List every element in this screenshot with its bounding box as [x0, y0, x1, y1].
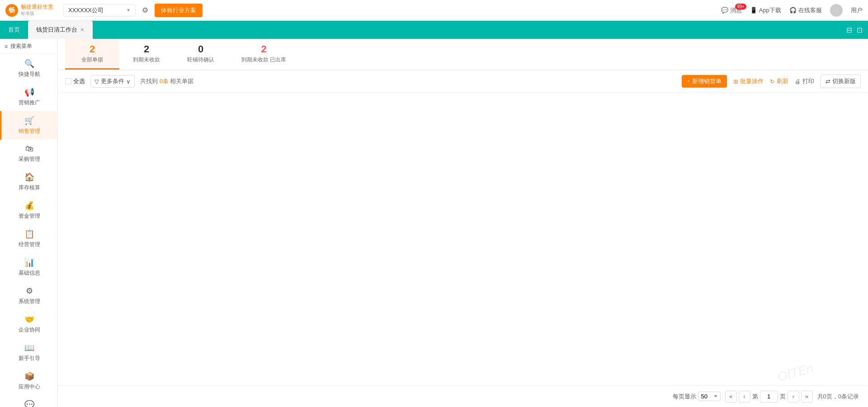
- page-label: 第: [752, 393, 758, 401]
- filter-arrow-icon: ∨: [126, 78, 131, 85]
- purchase-icon: 🛍: [25, 144, 33, 154]
- basic-info-icon: 📊: [24, 257, 34, 267]
- avatar[interactable]: [830, 4, 843, 17]
- stat-count-all: 2: [90, 43, 95, 55]
- stat-tab-overdue[interactable]: 2 到期未收款: [119, 39, 174, 70]
- filter-button[interactable]: ▽ 更多条件 ∨: [90, 75, 135, 88]
- brand-logo: 畅 畅捷通好生意 标准版: [5, 4, 63, 17]
- stat-tab-all[interactable]: 2 全部单据: [65, 39, 119, 70]
- message-icon: 💬: [721, 7, 728, 14]
- sidebar-item-marketing[interactable]: 📢 营销推广: [0, 83, 57, 111]
- online-service-button[interactable]: 🎧 在线客服: [789, 6, 822, 14]
- page-total: 共0页，0条记录: [817, 393, 859, 401]
- cooperation-icon: 🤝: [24, 314, 34, 324]
- app-download-icon: 📱: [750, 7, 757, 14]
- tab-bar-actions: ⊟ ⊡: [846, 26, 868, 34]
- page-suffix: 页: [780, 393, 786, 401]
- stat-count-pending: 0: [198, 43, 203, 55]
- stat-label-shipped: 到期未收款 已出库: [241, 56, 286, 64]
- table-area: [58, 93, 868, 385]
- sidebar-item-basic-info[interactable]: 📊 基础信息: [0, 253, 57, 281]
- per-page-select[interactable]: 50 100: [698, 392, 721, 401]
- sidebar-item-system[interactable]: ⚙ 系统管理: [0, 281, 57, 310]
- sidebar-item-quick-nav[interactable]: 🔍 快捷导航: [0, 54, 57, 83]
- page-number-input[interactable]: [760, 391, 778, 402]
- sidebar-item-finance[interactable]: 💰 资金管理: [0, 196, 57, 225]
- tab-home[interactable]: 首页: [0, 21, 28, 39]
- found-prefix: 共找到: [140, 78, 158, 84]
- pagination: 每页显示 50 100 « ‹ 第 页 › » 共0页，0条记录: [58, 385, 868, 407]
- quick-nav-icon: 🔍: [24, 59, 34, 69]
- refresh-label: 刷新: [777, 77, 788, 85]
- guide-icon: 📖: [24, 343, 34, 353]
- stat-label-overdue: 到期未收款: [133, 56, 160, 64]
- page-last-button[interactable]: »: [801, 391, 813, 402]
- sidebar-item-label: 采购管理: [19, 155, 40, 163]
- batch-operation-button[interactable]: ⊞ 批量操作: [733, 77, 764, 85]
- per-page-label: 每页显示: [673, 393, 696, 401]
- search-icon: ≡: [5, 43, 8, 50]
- stat-label-pending: 旺铺待确认: [187, 56, 214, 64]
- print-button[interactable]: 🖨 打印: [795, 77, 814, 85]
- marketing-icon: 📢: [24, 87, 34, 97]
- sidebar-item-label: 销售管理: [19, 127, 40, 135]
- system-icon: ⚙: [26, 286, 33, 296]
- top-nav: 畅 畅捷通好生意 标准版 XXXXXX公司 ▼ ⚙ 体验行业方案 💬 消息 99…: [0, 0, 868, 21]
- sidebar-item-sales[interactable]: 🛒 销售管理: [0, 111, 57, 140]
- sidebar-item-apps[interactable]: 📦 应用中心: [0, 367, 57, 395]
- sidebar-item-label: 资金管理: [19, 212, 40, 220]
- stat-count-shipped: 2: [261, 43, 267, 55]
- sidebar-item-label: 新手引导: [19, 355, 40, 362]
- page-first-button[interactable]: «: [725, 391, 737, 402]
- page-prev-button[interactable]: ‹: [739, 391, 750, 402]
- add-sales-order-button[interactable]: + 新增销货单: [682, 75, 727, 88]
- app-download-button[interactable]: 📱 App下载: [750, 6, 781, 14]
- checkbox-icon: [65, 78, 71, 84]
- page-next-button[interactable]: ›: [788, 391, 799, 402]
- sidebar-item-management[interactable]: 📋 经营管理: [0, 225, 57, 253]
- sidebar-item-label: 经营管理: [19, 241, 40, 248]
- brand-name: 畅捷通好生意: [21, 4, 53, 11]
- tab-workbench-label: 钱货日清工作台: [36, 26, 77, 34]
- switch-version-button[interactable]: ⇄ 切换新版: [821, 75, 861, 88]
- print-label: 打印: [802, 77, 814, 85]
- sidebar: ≡ 搜索菜单 🔍 快捷导航 📢 营销推广 🛒 销售管理 🛍 采购管理 🏠 库存核…: [0, 39, 58, 407]
- select-all-label: 全选: [73, 77, 85, 85]
- finance-icon: 💰: [24, 201, 34, 211]
- sidebar-item-cooperation[interactable]: 🤝 企业协同: [0, 310, 57, 338]
- main-layout: ≡ 搜索菜单 🔍 快捷导航 📢 营销推广 🛒 销售管理 🛍 采购管理 🏠 库存核…: [0, 39, 868, 407]
- app-download-label: App下载: [759, 6, 781, 14]
- sidebar-item-purchase[interactable]: 🛍 采购管理: [0, 140, 57, 168]
- sidebar-item-label: 营销推广: [19, 99, 40, 107]
- table-empty-state: [58, 93, 868, 385]
- stat-tabs: 2 全部单据 2 到期未收款 0 旺铺待确认 2 到期未收款 已出库: [58, 39, 868, 70]
- sidebar-search[interactable]: ≡ 搜索菜单: [0, 39, 57, 54]
- refresh-button[interactable]: ↻ 刷新: [770, 77, 788, 85]
- tab-home-label: 首页: [8, 26, 20, 34]
- select-all-checkbox[interactable]: 全选: [65, 77, 85, 85]
- content: 2 全部单据 2 到期未收款 0 旺铺待确认 2 到期未收款 已出库: [58, 39, 868, 407]
- toolbar: 全选 ▽ 更多条件 ∨ 共找到 0条 相关单据 + 新增销货单 ⊞ 批量操作: [58, 70, 868, 93]
- tab-workbench[interactable]: 钱货日清工作台 ✕: [28, 21, 93, 39]
- refresh-icon: ↻: [770, 78, 775, 85]
- sidebar-item-wechat[interactable]: 💬 企业微信: [0, 395, 57, 407]
- tab-minimize-icon[interactable]: ⊟: [846, 26, 852, 34]
- settings-button[interactable]: ⚙: [138, 4, 152, 17]
- sidebar-search-label: 搜索菜单: [10, 42, 32, 50]
- user-name[interactable]: 用户: [851, 6, 863, 14]
- sidebar-item-label: 快捷导航: [19, 70, 40, 78]
- brand-sub: 标准版: [21, 10, 53, 17]
- toolbar-right: + 新增销货单 ⊞ 批量操作 ↻ 刷新 🖨 打印 ⇄: [682, 75, 861, 88]
- stat-tab-shipped[interactable]: 2 到期未收款 已出库: [228, 39, 300, 70]
- message-button[interactable]: 💬 消息 99+: [721, 6, 742, 14]
- sidebar-item-inventory[interactable]: 🏠 库存核算: [0, 168, 57, 196]
- stat-tab-pending[interactable]: 0 旺铺待确认: [174, 39, 228, 70]
- sidebar-item-label: 应用中心: [19, 383, 40, 391]
- trial-button[interactable]: 体验行业方案: [155, 4, 203, 17]
- tab-close-icon[interactable]: ✕: [80, 27, 85, 33]
- company-selector[interactable]: XXXXXX公司 ▼: [63, 4, 136, 17]
- sidebar-item-guide[interactable]: 📖 新手引导: [0, 338, 57, 367]
- tab-maximize-icon[interactable]: ⊡: [857, 26, 863, 34]
- stat-count-overdue: 2: [144, 43, 149, 55]
- found-suffix: 相关单据: [170, 78, 193, 84]
